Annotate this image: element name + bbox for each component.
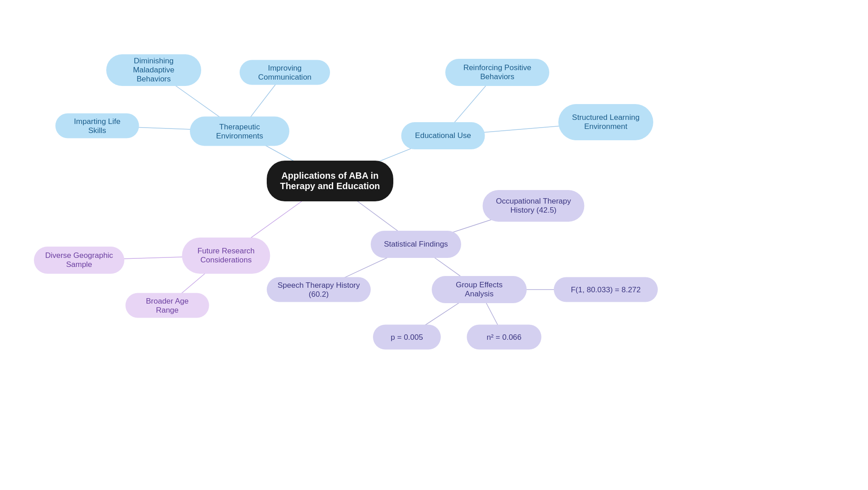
speech-node[interactable]: Speech Therapy History (60.2) bbox=[267, 277, 371, 302]
eta-node[interactable]: n² = 0.066 bbox=[467, 325, 542, 350]
center-node[interactable]: Applications of ABA in Therapy and Educa… bbox=[267, 161, 393, 201]
educational-node[interactable]: Educational Use bbox=[401, 122, 485, 149]
occupational-node[interactable]: Occupational Therapy History (42.5) bbox=[483, 190, 585, 222]
group-node[interactable]: Group Effects Analysis bbox=[432, 276, 527, 303]
reinforcing-node[interactable]: Reinforcing Positive Behaviors bbox=[445, 59, 549, 86]
mindmap-container: Applications of ABA in Therapy and Educa… bbox=[0, 0, 868, 490]
diminishing-node[interactable]: Diminishing Maladaptive Behaviors bbox=[106, 54, 201, 86]
future-node[interactable]: Future Research Considerations bbox=[182, 238, 270, 274]
broader-node[interactable]: Broader Age Range bbox=[126, 293, 209, 318]
structured-node[interactable]: Structured Learning Environment bbox=[558, 104, 653, 140]
diverse-node[interactable]: Diverse Geographic Sample bbox=[34, 247, 124, 274]
fstat-node[interactable]: F(1, 80.033) = 8.272 bbox=[554, 277, 658, 302]
therapeutic-node[interactable]: Therapeutic Environments bbox=[190, 117, 289, 146]
statistical-node[interactable]: Statistical Findings bbox=[371, 231, 461, 258]
imparting-node[interactable]: Imparting Life Skills bbox=[56, 114, 139, 138]
pvalue-node[interactable]: p = 0.005 bbox=[373, 325, 441, 350]
improving-node[interactable]: Improving Communication bbox=[240, 60, 330, 85]
